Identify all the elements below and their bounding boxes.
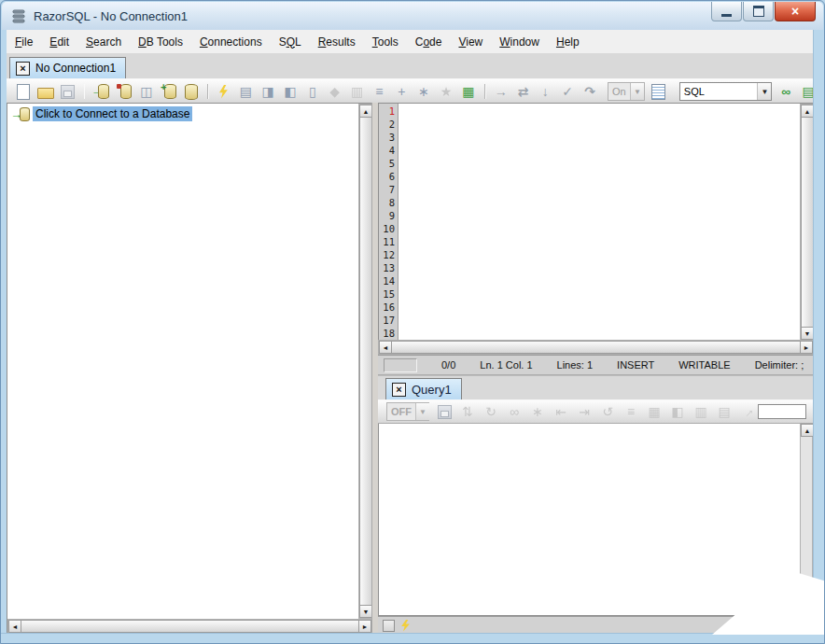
connect-prompt-item[interactable]: Click to Connect to a Database — [10, 105, 372, 122]
open-file-icon[interactable] — [36, 81, 55, 102]
connect-database-icon[interactable] — [91, 81, 111, 102]
menu-results[interactable]: Results — [310, 32, 364, 52]
sort-filter-icon[interactable]: ⇅ — [457, 401, 478, 422]
tab-close-icon[interactable]: × — [16, 62, 30, 76]
forward-icon[interactable]: → — [492, 81, 510, 102]
notes-page-icon[interactable] — [650, 81, 668, 102]
swap-arrows-icon[interactable]: ⇄ — [514, 81, 533, 102]
minimize-button[interactable] — [711, 2, 742, 21]
scroll-left-icon[interactable]: ◄ — [379, 341, 392, 354]
scrollbar-thumb[interactable] — [801, 117, 814, 328]
next-result-icon[interactable]: ⇥ — [574, 401, 594, 422]
status-position: 0/0 — [441, 359, 455, 371]
reload-query-icon[interactable]: ↺ — [597, 401, 618, 422]
copy-results-icon[interactable]: ▥ — [691, 401, 711, 422]
form-view-icon[interactable]: ◧ — [667, 401, 688, 422]
menu-search[interactable]: Search — [77, 32, 130, 52]
stop-button[interactable] — [383, 620, 395, 632]
left-panel-vscrollbar[interactable]: ▲ ▼ — [358, 104, 371, 619]
maximize-button[interactable] — [743, 2, 774, 21]
line-number: 3 — [379, 132, 398, 145]
toolbar-separator — [207, 84, 209, 99]
scroll-up-icon[interactable]: ▲ — [801, 105, 814, 118]
rollback-icon[interactable]: ↷ — [580, 81, 599, 102]
compare-rows-icon[interactable]: ≡ — [621, 401, 641, 422]
left-panel-hscrollbar[interactable]: ◄ ► — [7, 619, 372, 634]
menu-edit[interactable]: Edit — [41, 32, 77, 52]
paste-icon[interactable]: ▯ — [303, 81, 322, 102]
app-icon — [11, 8, 26, 23]
menu-file[interactable]: File — [7, 32, 41, 52]
format-pen-icon[interactable]: → — [737, 401, 758, 422]
edit-cell-icon[interactable]: ∗ — [527, 401, 548, 422]
scrollbar-thumb[interactable] — [359, 117, 372, 606]
menu-help[interactable]: Help — [548, 32, 588, 52]
sync-results-icon[interactable]: ▤ — [714, 401, 734, 422]
results-search-input[interactable] — [758, 404, 806, 419]
add-connection-icon[interactable] — [160, 81, 178, 102]
commit-check-icon[interactable]: ✓ — [558, 81, 577, 102]
grid-view-icon[interactable]: ▦ — [644, 401, 664, 422]
add-statement-icon[interactable]: + — [392, 81, 411, 102]
disconnect-database-icon[interactable] — [115, 81, 133, 102]
scroll-down-icon[interactable]: ▼ — [801, 327, 814, 340]
execute-sql-icon[interactable] — [215, 81, 233, 102]
editor-hscrollbar[interactable]: ◄ ► — [378, 340, 814, 355]
menu-connections[interactable]: Connections — [191, 32, 271, 52]
save-icon[interactable] — [59, 81, 77, 102]
scroll-right-icon[interactable]: ► — [800, 341, 813, 354]
line-number: 13 — [379, 262, 398, 275]
table-editor-icon[interactable]: ▦ — [459, 81, 478, 102]
scroll-down-icon[interactable]: ▼ — [359, 605, 372, 618]
menu-view[interactable]: View — [450, 32, 491, 52]
line-number: 6 — [379, 171, 398, 184]
menu-tools[interactable]: Tools — [364, 32, 407, 52]
editor-status-bar: 0/0 Ln. 1 Col. 1 Lines: 1 INSERT WRITABL… — [378, 355, 814, 375]
scrollbar-thumb[interactable] — [21, 620, 359, 633]
find-in-results-icon[interactable]: ∞ — [504, 401, 524, 422]
language-combo[interactable]: SQL ▼ — [679, 82, 773, 101]
auto-commit-combo[interactable]: On ▼ — [608, 82, 645, 101]
line-number: 4 — [379, 145, 398, 158]
line-number: 7 — [379, 184, 398, 197]
chevron-down-icon: ▼ — [415, 403, 429, 420]
previous-result-icon[interactable]: ⇤ — [551, 401, 571, 422]
status-empty-cell — [384, 358, 417, 372]
status-lines: Lines: 1 — [557, 359, 594, 371]
favorites-star-icon[interactable]: ★ — [437, 81, 455, 102]
database-icon[interactable] — [182, 81, 201, 102]
menu-window[interactable]: Window — [491, 32, 548, 52]
editor-text-area[interactable] — [399, 104, 800, 340]
scroll-up-icon[interactable]: ▲ — [359, 105, 372, 118]
status-mode: INSERT — [617, 359, 654, 371]
menu-db-tools[interactable]: DB Tools — [130, 32, 191, 52]
tab-no-connection1[interactable]: × No Connection1 — [9, 57, 126, 78]
save-results-icon[interactable] — [434, 401, 454, 422]
menu-sql[interactable]: SQL — [271, 32, 310, 52]
line-number: 2 — [379, 119, 398, 132]
edit-statement-icon[interactable]: ∗ — [414, 81, 433, 102]
statement-list-icon[interactable]: ▥ — [348, 81, 367, 102]
editor-vscrollbar[interactable]: ▲ ▼ — [800, 104, 813, 341]
import-data-icon[interactable]: ◧ — [281, 81, 300, 102]
sql-history-icon[interactable]: ≡ — [371, 81, 389, 102]
tab-query1[interactable]: × Query1 — [385, 378, 462, 400]
execute-batch-icon[interactable]: ▤ — [236, 81, 255, 102]
query-results-area[interactable]: ▲ ▼ — [378, 422, 814, 616]
duplicate-window-icon[interactable]: ◫ — [137, 81, 156, 102]
menu-bar: FileEditSearchDB ToolsConnectionsSQLResu… — [7, 30, 814, 54]
download-arrow-icon[interactable]: ↓ — [536, 81, 554, 102]
scrollbar-thumb[interactable] — [391, 341, 801, 354]
scroll-up-icon[interactable]: ▲ — [801, 424, 814, 437]
find-database-object-icon[interactable]: ∞ — [776, 81, 795, 102]
menu-code[interactable]: Code — [407, 32, 451, 52]
auto-refresh-off-combo[interactable]: OFF ▼ — [386, 402, 429, 421]
scroll-right-icon[interactable]: ► — [358, 620, 371, 633]
package-icon[interactable]: ◆ — [326, 81, 344, 102]
close-button[interactable]: × — [775, 2, 816, 21]
new-file-icon[interactable] — [14, 81, 33, 102]
refresh-results-icon[interactable]: ↻ — [481, 401, 501, 422]
tab-close-icon[interactable]: × — [392, 383, 406, 397]
export-results-icon[interactable]: ◨ — [259, 81, 277, 102]
scroll-left-icon[interactable]: ◄ — [8, 620, 21, 633]
